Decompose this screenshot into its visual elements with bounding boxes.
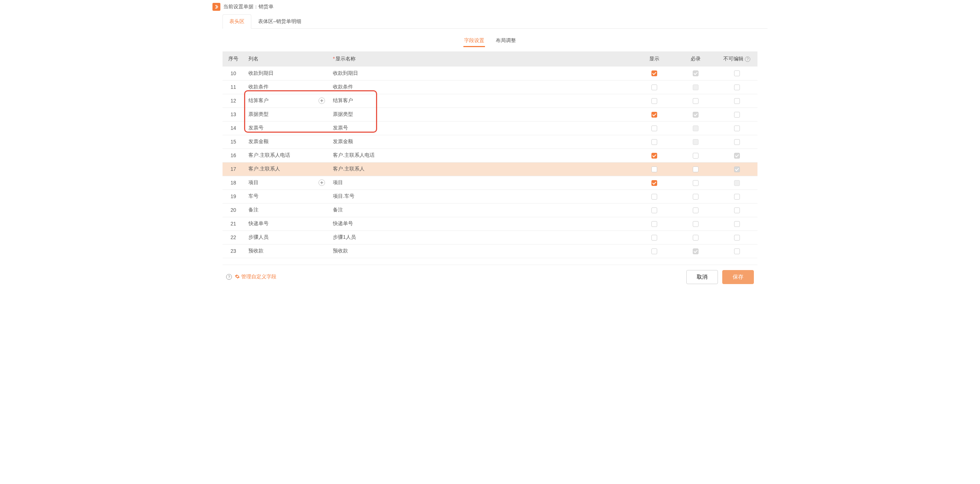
table-row: 23预收款预收款 <box>223 244 757 258</box>
sub-tab-0[interactable]: 字段设置 <box>463 35 485 47</box>
row-display-name[interactable]: 步骤1人员 <box>329 231 633 244</box>
row-name: 步骤人员 <box>244 231 329 244</box>
show-checkbox[interactable] <box>651 112 657 118</box>
show-checkbox[interactable] <box>651 194 657 199</box>
expand-sidebar-button[interactable] <box>212 3 220 11</box>
readonly-checkbox <box>734 167 740 172</box>
show-checkbox[interactable] <box>651 126 657 131</box>
show-checkbox[interactable] <box>651 221 657 227</box>
row-name: 票据类型 <box>244 108 329 121</box>
row-name: 结算客户 <box>244 94 329 108</box>
row-display-name[interactable]: 备注 <box>329 203 633 217</box>
readonly-checkbox[interactable] <box>734 70 740 76</box>
row-display-name[interactable]: 发票号 <box>329 121 633 135</box>
row-display-name[interactable]: 项目.车号 <box>329 189 633 203</box>
save-button[interactable]: 保存 <box>722 270 754 284</box>
row-name: 收款到期日 <box>244 67 329 80</box>
field-table: 序号 列名 *显示名称 显示 必录 不可编辑? 10收款到期日收款到期日11收款… <box>223 51 757 258</box>
required-checkbox[interactable] <box>693 98 698 104</box>
add-child-button[interactable] <box>318 97 325 104</box>
show-checkbox[interactable] <box>651 139 657 145</box>
row-display-name[interactable]: 收款到期日 <box>329 67 633 80</box>
row-seq: 15 <box>223 135 244 148</box>
row-seq: 23 <box>223 244 244 258</box>
main-tab-0[interactable]: 表头区 <box>223 14 251 29</box>
show-checkbox[interactable] <box>651 84 657 90</box>
cancel-button[interactable]: 取消 <box>686 270 718 284</box>
required-checkbox[interactable] <box>693 194 698 199</box>
table-row: 15发票金额发票金额 <box>223 135 757 148</box>
readonly-checkbox <box>734 153 740 159</box>
readonly-checkbox <box>734 180 740 186</box>
row-display-name[interactable]: 结算客户 <box>329 94 633 108</box>
row-display-name[interactable]: 项目 <box>329 176 633 189</box>
main-tab-1[interactable]: 表体区–销货单明细 <box>251 14 308 29</box>
required-checkbox[interactable] <box>693 221 698 227</box>
row-seq: 20 <box>223 203 244 217</box>
show-checkbox[interactable] <box>651 167 657 172</box>
row-display-name[interactable]: 客户.主联系人电话 <box>329 148 633 162</box>
show-checkbox[interactable] <box>651 207 657 213</box>
row-display-name[interactable]: 发票金额 <box>329 135 633 148</box>
table-row: 19车号项目.车号 <box>223 189 757 203</box>
gear-icon <box>235 274 240 280</box>
row-name: 预收款 <box>244 244 329 258</box>
table-row: 22步骤人员步骤1人员 <box>223 231 757 244</box>
readonly-checkbox[interactable] <box>734 112 740 118</box>
required-checkbox[interactable] <box>693 180 698 186</box>
row-name: 车号 <box>244 189 329 203</box>
row-seq: 14 <box>223 121 244 135</box>
required-checkbox[interactable] <box>693 153 698 159</box>
required-checkbox[interactable] <box>693 167 698 172</box>
required-checkbox <box>693 248 698 254</box>
row-name: 客户.主联系人 <box>244 162 329 176</box>
row-display-name[interactable]: 预收款 <box>329 244 633 258</box>
show-checkbox[interactable] <box>651 180 657 186</box>
row-seq: 17 <box>223 162 244 176</box>
row-display-name[interactable]: 票据类型 <box>329 108 633 121</box>
row-display-name[interactable]: 收款条件 <box>329 80 633 94</box>
readonly-checkbox[interactable] <box>734 235 740 240</box>
readonly-checkbox[interactable] <box>734 126 740 131</box>
required-star: * <box>333 56 335 62</box>
required-checkbox <box>693 126 698 131</box>
sub-tab-1[interactable]: 布局调整 <box>495 35 517 47</box>
required-checkbox <box>693 112 698 118</box>
col-required-header: 必录 <box>675 51 716 67</box>
add-child-button[interactable] <box>318 180 325 186</box>
row-display-name[interactable]: 快递单号 <box>329 217 633 231</box>
required-checkbox[interactable] <box>693 235 698 240</box>
readonly-checkbox[interactable] <box>734 194 740 199</box>
row-display-name[interactable]: 客户.主联系人 <box>329 162 633 176</box>
table-row: 21快递单号快递单号 <box>223 217 757 231</box>
row-name: 快递单号 <box>244 217 329 231</box>
required-checkbox[interactable] <box>693 207 698 213</box>
readonly-checkbox[interactable] <box>734 98 740 104</box>
show-checkbox[interactable] <box>651 235 657 240</box>
row-seq: 10 <box>223 67 244 80</box>
col-readonly-header: 不可编辑? <box>716 51 757 67</box>
readonly-checkbox[interactable] <box>734 207 740 213</box>
sub-tabs: 字段设置布局调整 <box>212 35 768 47</box>
required-checkbox <box>693 139 698 145</box>
manage-custom-fields-link[interactable]: 管理自定义字段 <box>235 274 277 280</box>
col-show-header: 显示 <box>633 51 675 67</box>
question-icon[interactable]: ? <box>226 274 232 280</box>
page-title: 当前设置单据：销货单 <box>223 3 274 10</box>
readonly-checkbox[interactable] <box>734 221 740 227</box>
show-checkbox[interactable] <box>651 98 657 104</box>
row-seq: 13 <box>223 108 244 121</box>
readonly-checkbox[interactable] <box>734 248 740 254</box>
row-name: 客户.主联系人电话 <box>244 148 329 162</box>
help-icon[interactable]: ? <box>745 56 750 62</box>
show-checkbox[interactable] <box>651 70 657 76</box>
readonly-checkbox[interactable] <box>734 139 740 145</box>
row-name: 发票金额 <box>244 135 329 148</box>
readonly-checkbox[interactable] <box>734 84 740 90</box>
chevron-right-icon <box>214 5 219 9</box>
row-seq: 11 <box>223 80 244 94</box>
table-row: 20备注备注 <box>223 203 757 217</box>
show-checkbox[interactable] <box>651 248 657 254</box>
row-name: 备注 <box>244 203 329 217</box>
show-checkbox[interactable] <box>651 153 657 159</box>
